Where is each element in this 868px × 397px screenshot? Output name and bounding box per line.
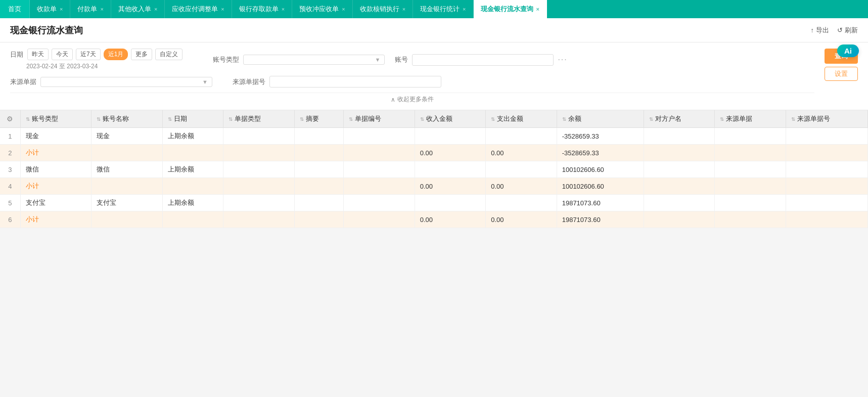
col-header-source-doc-no[interactable]: ⇅来源单据号 bbox=[786, 110, 867, 128]
cell-source-doc-no bbox=[786, 211, 867, 228]
cell-doc-no bbox=[344, 161, 415, 178]
nav-tab-4[interactable]: 银行存取款单 × bbox=[232, 0, 292, 18]
table-container: ⚙ ⇅账号类型 ⇅账号名称 ⇅日期 ⇅单据类型 ⇅摘要 ⇅单据编 bbox=[0, 110, 868, 228]
refresh-button[interactable]: ↺ 刷新 bbox=[837, 26, 858, 35]
col-header-doc-type[interactable]: ⇅单据类型 bbox=[223, 110, 295, 128]
cell-doc-no bbox=[344, 128, 415, 145]
cell-doc-type bbox=[223, 145, 295, 161]
more-options-icon[interactable]: ··· bbox=[558, 55, 567, 64]
filter-row-2: 来源单据 ▼ 来源单据号 bbox=[10, 76, 814, 87]
cell-account-type: 小计 bbox=[20, 145, 92, 161]
nav-tab-8[interactable]: 现金银行流水查询 × bbox=[474, 0, 547, 18]
date-btn-today[interactable]: 今天 bbox=[52, 49, 73, 60]
date-btn-more[interactable]: 更多 bbox=[131, 49, 152, 60]
close-icon-3[interactable]: × bbox=[221, 6, 224, 12]
table-row[interactable]: 6小计0.000.0019871073.60 bbox=[0, 211, 868, 228]
cell-income: 0.00 bbox=[415, 145, 486, 161]
gear-column-header[interactable]: ⚙ bbox=[0, 110, 20, 128]
col-header-date[interactable]: ⇅日期 bbox=[162, 110, 223, 128]
table-row[interactable]: 3微信微信上期余额100102606.60 bbox=[0, 161, 868, 178]
export-button[interactable]: ↑ 导出 bbox=[811, 26, 830, 35]
tab-label-3: 应收应付调整单 bbox=[172, 5, 218, 14]
tab-label-4: 银行存取款单 bbox=[239, 5, 279, 14]
close-icon-4[interactable]: × bbox=[282, 6, 285, 12]
col-header-account-name[interactable]: ⇅账号名称 bbox=[92, 110, 163, 128]
col-header-income[interactable]: ⇅收入金额 bbox=[415, 110, 486, 128]
cell-counterpart bbox=[644, 211, 715, 228]
close-icon-5[interactable]: × bbox=[342, 6, 345, 12]
settings-button[interactable]: 设置 bbox=[825, 67, 858, 81]
cell-summary bbox=[294, 145, 344, 161]
nav-tab-3[interactable]: 应收应付调整单 × bbox=[165, 0, 232, 18]
date-btn-1month[interactable]: 近1月 bbox=[104, 49, 128, 60]
collapse-button[interactable]: ∧ 收起更多条件 bbox=[10, 93, 814, 106]
cell-income bbox=[415, 128, 486, 145]
cell-date bbox=[162, 145, 223, 161]
source-doc-no-label: 来源单据号 bbox=[233, 77, 265, 86]
close-icon-8[interactable]: × bbox=[536, 6, 539, 12]
close-icon-6[interactable]: × bbox=[402, 6, 405, 12]
cell-doc-no bbox=[344, 195, 415, 211]
close-icon-0[interactable]: × bbox=[60, 6, 63, 12]
date-btn-7days[interactable]: 近7天 bbox=[76, 49, 101, 60]
cell-expense: 0.00 bbox=[486, 178, 557, 195]
cell-doc-no bbox=[344, 145, 415, 161]
refresh-label: 刷新 bbox=[845, 26, 858, 35]
col-header-balance[interactable]: ⇅余额 bbox=[557, 110, 644, 128]
cell-balance: 19871073.60 bbox=[557, 211, 644, 228]
cell-doc-no bbox=[344, 178, 415, 195]
col-header-account-type[interactable]: ⇅账号类型 bbox=[20, 110, 92, 128]
account-input[interactable] bbox=[412, 54, 554, 66]
cell-counterpart bbox=[644, 195, 715, 211]
source-doc-select[interactable]: ▼ bbox=[40, 77, 212, 87]
source-doc-no-filter: 来源单据号 bbox=[233, 76, 441, 87]
cell-balance: -3528659.33 bbox=[557, 128, 644, 145]
cell-expense bbox=[486, 161, 557, 178]
cell-income: 0.00 bbox=[415, 211, 486, 228]
close-icon-1[interactable]: × bbox=[100, 6, 103, 12]
col-header-doc-no[interactable]: ⇅单据编号 bbox=[344, 110, 415, 128]
source-doc-no-input[interactable] bbox=[269, 76, 441, 87]
date-btn-custom[interactable]: 自定义 bbox=[155, 49, 182, 60]
gear-icon[interactable]: ⚙ bbox=[7, 115, 13, 123]
nav-tab-2[interactable]: 其他收入单 × bbox=[111, 0, 165, 18]
nav-home[interactable]: 首页 bbox=[0, 0, 30, 18]
sort-icon-account-name: ⇅ bbox=[97, 116, 101, 122]
cell-account-name bbox=[92, 145, 163, 161]
table-row[interactable]: 4小计0.000.00100102606.60 bbox=[0, 178, 868, 195]
sort-icon-counterpart: ⇅ bbox=[649, 116, 653, 122]
cell-summary bbox=[294, 128, 344, 145]
nav-tab-0[interactable]: 收款单 × bbox=[30, 0, 70, 18]
date-btn-yesterday[interactable]: 昨天 bbox=[27, 49, 49, 60]
cell-source-doc bbox=[715, 145, 786, 161]
tab-label-7: 现金银行统计 bbox=[420, 5, 460, 14]
tab-label-2: 其他收入单 bbox=[118, 5, 151, 14]
cell-date: 上期余额 bbox=[162, 195, 223, 211]
close-icon-2[interactable]: × bbox=[154, 6, 157, 12]
row-number: 6 bbox=[0, 211, 20, 228]
table-row[interactable]: 2小计0.000.00-3528659.33 bbox=[0, 145, 868, 161]
cell-balance: 100102606.60 bbox=[557, 161, 644, 178]
nav-tab-7[interactable]: 现金银行统计 × bbox=[413, 0, 473, 18]
col-header-expense[interactable]: ⇅支出金额 bbox=[486, 110, 557, 128]
col-header-counterpart[interactable]: ⇅对方户名 bbox=[644, 110, 715, 128]
nav-tab-1[interactable]: 付款单 × bbox=[70, 0, 111, 18]
cell-account-type: 微信 bbox=[20, 161, 92, 178]
ai-badge[interactable]: Ai bbox=[837, 45, 859, 57]
row-number: 4 bbox=[0, 178, 20, 195]
source-doc-label: 来源单据 bbox=[10, 77, 36, 86]
date-label: 日期 bbox=[10, 50, 23, 59]
table-row[interactable]: 1现金现金上期余额-3528659.33 bbox=[0, 128, 868, 145]
filter-area: 日期 昨天 今天 近7天 近1月 更多 自定义 2023-02-24 至 202… bbox=[0, 42, 868, 110]
col-header-summary[interactable]: ⇅摘要 bbox=[294, 110, 344, 128]
table-row[interactable]: 5支付宝支付宝上期余额19871073.60 bbox=[0, 195, 868, 211]
col-header-source-doc[interactable]: ⇅来源单据 bbox=[715, 110, 786, 128]
nav-tab-6[interactable]: 收款核销执行 × bbox=[353, 0, 413, 18]
cell-income: 0.00 bbox=[415, 178, 486, 195]
close-icon-7[interactable]: × bbox=[463, 6, 466, 12]
row-number: 5 bbox=[0, 195, 20, 211]
nav-tab-5[interactable]: 预收冲应收单 × bbox=[292, 0, 352, 18]
cell-source-doc-no bbox=[786, 195, 867, 211]
date-filter-group: 日期 昨天 今天 近7天 近1月 更多 自定义 2023-02-24 至 202… bbox=[10, 49, 182, 71]
account-type-select[interactable]: ▼ bbox=[243, 55, 385, 65]
